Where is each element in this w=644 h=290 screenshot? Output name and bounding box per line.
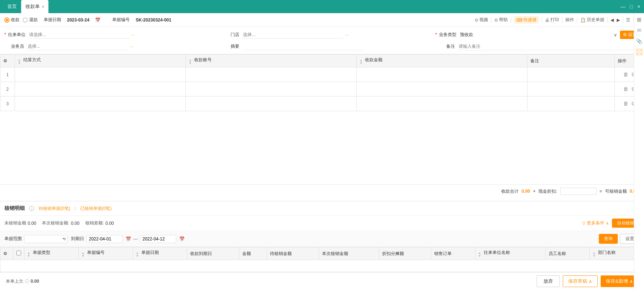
nav-right-icon[interactable]: ▶ [617, 17, 620, 23]
bottom-th-sales-order: 销售订单 [431, 247, 475, 260]
store-input[interactable] [242, 31, 343, 39]
row-amount-3[interactable] [357, 97, 527, 111]
save-new-arrow-icon: ∧ [629, 279, 633, 284]
print-action[interactable]: 🖨 打印 [545, 17, 559, 23]
sidebar-clip-icon[interactable]: 📎 [635, 37, 643, 45]
range-select[interactable] [24, 235, 68, 243]
query-btn[interactable]: 查询 [599, 234, 618, 244]
operations-action[interactable]: 操作 [565, 17, 574, 23]
date-to-input[interactable] [140, 235, 176, 243]
row-remark-2[interactable] [527, 82, 615, 97]
counterparty-more-btn[interactable]: ··· [131, 32, 135, 38]
sidebar-table-icon[interactable]: ▦ [635, 15, 643, 23]
form-row-2: 业务员 ··· 摘要 备注 [4, 43, 640, 50]
top-navigation: 首页 收款单 × — □ × [0, 0, 644, 13]
radio-shoukuan-label: 收款 [11, 17, 20, 23]
help-action[interactable]: ⊙ 帮助 [494, 17, 508, 23]
window-restore-btn[interactable]: □ [629, 3, 633, 10]
verify-stats-right: ▽ 更多条件 ∧ 自动核销 [582, 219, 640, 228]
nav-tab-shoukuan[interactable]: 收款单 × [21, 0, 48, 13]
row-delete-1[interactable]: 🗑 [623, 71, 628, 77]
table-row: 2 🗑 ⧉ [0, 82, 644, 97]
number-value: SK-20230324-001 [136, 17, 171, 23]
row-amount-2[interactable] [357, 82, 527, 97]
calendar-icon[interactable]: 📅 [95, 17, 101, 23]
date-from-input[interactable] [86, 235, 123, 243]
store-more-btn[interactable]: ··· [345, 32, 349, 38]
form-row-1: * 往来单位 ··· 门店 ··· * 业务类型 预收款 ∨ [4, 31, 640, 39]
bottom-th-amount: 金额 [239, 247, 267, 260]
date-value[interactable]: 2023-03-24 [67, 17, 89, 23]
more-filter-btn[interactable]: ▽ 更多条件 ∧ [582, 220, 609, 226]
counterparty-label: * 往来单位 [4, 32, 28, 38]
remark-input[interactable] [457, 43, 640, 50]
verify-pending-tab[interactable]: 待核销单据(0笔) [39, 205, 70, 212]
tab-close-icon[interactable]: × [42, 4, 44, 9]
row-remark-1[interactable] [527, 67, 615, 82]
row-settlement-3[interactable] [15, 97, 186, 111]
table-footer: 收款合计 0.00 + 现金折扣: = 可核销金额 0.00 [0, 184, 644, 198]
radio-tuikuan-label: 退款 [29, 17, 38, 23]
filter-icon: ▽ [582, 221, 585, 226]
save-draft-btn[interactable]: 保存草稿 ∧ [563, 275, 598, 287]
nav-tab-home[interactable]: 首页 [3, 0, 21, 13]
radio-shoukuan[interactable]: 收款 [4, 17, 20, 23]
store-field: 门店 ··· [220, 31, 424, 39]
salesperson-more-btn[interactable]: ··· [130, 44, 133, 49]
right-sidebar: ▦ ✉ 📎 ⛶ [634, 13, 644, 290]
date-label: 单据日期 [44, 17, 61, 23]
salesperson-label: 业务员 [4, 43, 26, 50]
video-icon: ⊙ [475, 17, 478, 23]
window-minimize-btn[interactable]: — [620, 3, 626, 10]
bottom-table-empty-row [0, 260, 644, 272]
row-remark-3[interactable] [527, 97, 615, 111]
row-amount-1[interactable] [357, 67, 527, 82]
window-close-btn[interactable]: × [637, 3, 641, 10]
sidebar-expand-icon[interactable]: ⛶ [635, 48, 643, 56]
bottom-th-settings[interactable]: ⚙ [0, 247, 13, 260]
bottom-th-number: ▲▼ 单据编号 [78, 247, 133, 260]
discard-btn[interactable]: 放弃 [537, 275, 560, 287]
history-icon: 📋 [580, 17, 586, 23]
summary-input[interactable] [242, 43, 365, 50]
store-label: 门店 [220, 32, 242, 38]
row-settlement-2[interactable] [15, 82, 186, 97]
shortcut-action[interactable]: ⌨ 快捷键 [514, 16, 539, 24]
due-date-label: 到期日 [71, 236, 84, 242]
biz-type-dropdown-icon[interactable]: ∨ [614, 32, 617, 38]
bottom-th-employee: 员工名称 [546, 247, 590, 260]
row-settlement-1[interactable] [15, 67, 186, 82]
salesperson-input[interactable] [26, 43, 128, 50]
row-account-1[interactable] [186, 67, 357, 82]
sidebar-mail-icon[interactable]: ✉ [635, 26, 643, 34]
bottom-table-wrap: ⚙ ▲▼ 单据类型 ▲▼ 单据编号 ▲▼ 单据日期 [0, 247, 644, 272]
table-row: 3 🗑 ⧉ [0, 97, 644, 111]
calendar-from-icon[interactable]: 📅 [126, 236, 131, 242]
radio-tuikuan[interactable]: 退款 [23, 17, 38, 23]
th-amount: ▲▼ 收款金额 [357, 55, 527, 67]
counterparty-input[interactable] [28, 31, 130, 39]
bottom-th-checkbox[interactable] [13, 247, 24, 260]
row-delete-3[interactable]: 🗑 [623, 101, 628, 106]
select-all-checkbox[interactable] [16, 251, 21, 255]
row-delete-2[interactable]: 🗑 [623, 86, 628, 92]
payment-type-group: 收款 退款 [4, 17, 38, 23]
verify-info-icon[interactable]: i [29, 206, 34, 211]
bottom-info-icon[interactable]: ⓘ [25, 278, 29, 285]
calendar-to-icon[interactable]: 📅 [179, 236, 185, 242]
th-account: ▲▼ 收款账号 [186, 55, 357, 67]
bottom-info: 本单上欠 ⓘ 0.00 [6, 278, 39, 285]
nav-left-icon[interactable]: ◀ [610, 17, 614, 23]
video-action[interactable]: ⊙ 视频 [475, 17, 488, 23]
save-new-btn[interactable]: 保存&新增 ∧ [601, 275, 638, 287]
list-view-icon[interactable]: ☰ [626, 17, 630, 23]
verify-done-tab[interactable]: 已核销单据(0笔) [80, 205, 112, 212]
unverified-amount: 未核销金额 0.00 [4, 220, 36, 226]
row-account-3[interactable] [186, 97, 357, 111]
chevron-up-icon: ∧ [606, 221, 609, 226]
th-settings[interactable]: ⚙ [0, 55, 15, 67]
history-action[interactable]: 📋 历史单据 [580, 17, 604, 23]
discount-input[interactable] [560, 188, 597, 195]
row-account-2[interactable] [186, 82, 357, 97]
bottom-info-value: 0.00 [31, 279, 39, 284]
